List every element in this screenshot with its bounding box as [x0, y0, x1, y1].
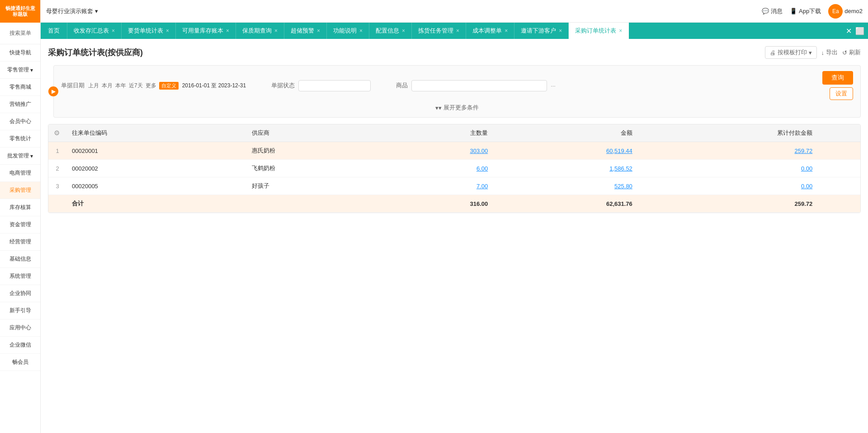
- shortcut-last-month[interactable]: 上月: [88, 82, 99, 90]
- tab-close-expiry_query[interactable]: ×: [274, 28, 278, 34]
- row-unit-code-2: 00020005: [66, 177, 246, 195]
- sidebar-item-retail[interactable]: 零售管理▾: [0, 62, 40, 79]
- tab-close-available_stock[interactable]: ×: [226, 28, 229, 34]
- sidebar-item-member[interactable]: 会员中心: [0, 113, 40, 130]
- sidebar-item-retail_mall[interactable]: 零售商城: [0, 79, 40, 96]
- goods-input[interactable]: [411, 80, 547, 91]
- tab-label-purchase_summary: 采购订单统计表: [575, 27, 616, 35]
- sidebar-item-shortcut[interactable]: 快捷导航: [0, 44, 40, 62]
- user-profile[interactable]: Ea demo2: [828, 4, 863, 19]
- sidebar-item-enterprise[interactable]: 企业协同: [0, 285, 40, 302]
- goods-more-icon[interactable]: ···: [551, 82, 556, 89]
- query-button[interactable]: 查询: [822, 71, 853, 85]
- tab-function_desc[interactable]: 功能说明×: [327, 23, 369, 39]
- row-paid-amount-0[interactable]: 259.72: [638, 142, 818, 160]
- table-body: 100020001惠氏奶粉303.0060,519.44259.72200020…: [48, 142, 860, 195]
- row-extra-2: [818, 177, 860, 195]
- shortcut-7days[interactable]: 近7天: [129, 82, 143, 90]
- print-label: 按模板打印: [778, 48, 807, 57]
- tab-receive_summary[interactable]: 收发存汇总表×: [67, 23, 122, 39]
- sidebar-item-vip[interactable]: 畅会员: [0, 354, 40, 371]
- sidebar-item-retail_stat[interactable]: 零售统计: [0, 130, 40, 148]
- shortcut-this-month[interactable]: 本月: [102, 82, 113, 90]
- sidebar-item-ecommerce[interactable]: 电商管理: [0, 165, 40, 182]
- sidebar-item-system[interactable]: 系统管理: [0, 268, 40, 285]
- tab-purchase_summary[interactable]: 采购订单统计表×: [569, 23, 629, 39]
- tab-invite_downstream[interactable]: 邀请下游客户×: [514, 23, 569, 39]
- row-amount-0[interactable]: 60,519.44: [493, 142, 638, 160]
- refresh-button[interactable]: ↺ 刷新: [842, 48, 861, 57]
- settings-button[interactable]: 设置: [830, 87, 853, 100]
- date-shortcuts: 上月 本月 本年 近7天 更多 自定义: [88, 82, 179, 90]
- workspace-selector[interactable]: 母婴行业演示账套 ▾: [46, 7, 98, 15]
- row-amount-2[interactable]: 525.80: [493, 177, 638, 195]
- tab-config_info[interactable]: 配置信息×: [369, 23, 412, 39]
- search-menu-item[interactable]: 搜索菜单: [4, 27, 37, 39]
- tab-close-config_info[interactable]: ×: [402, 28, 405, 34]
- sidebar-item-appcenter[interactable]: 应用中心: [0, 319, 40, 337]
- app-download-button[interactable]: 📱 App下载: [790, 7, 821, 15]
- filter-collapse-button[interactable]: ▶: [48, 86, 58, 96]
- tab-close-overstock_warning[interactable]: ×: [317, 28, 320, 34]
- tab-cost_adjust[interactable]: 成本调整单×: [466, 23, 514, 39]
- row-supplier-2: 好孩子: [246, 177, 381, 195]
- table-settings-icon[interactable]: ⚙: [54, 129, 60, 137]
- sidebar-item-finance[interactable]: 资金管理: [0, 216, 40, 233]
- refresh-label: 刷新: [849, 48, 861, 57]
- export-button[interactable]: ↓ 导出: [821, 48, 838, 57]
- sidebar-item-operations[interactable]: 经营管理: [0, 233, 40, 251]
- row-seq-1: 2: [48, 160, 66, 177]
- tab-overstock_warning[interactable]: 超储预警×: [284, 23, 327, 39]
- tab-available_stock[interactable]: 可用量库存账本×: [176, 23, 236, 39]
- tab-close-invite_downstream[interactable]: ×: [559, 28, 562, 34]
- footer-main-qty: 316.00: [381, 195, 493, 213]
- message-button[interactable]: 💬 消息: [762, 7, 783, 15]
- row-seq-2: 3: [48, 177, 66, 195]
- message-label: 消息: [771, 7, 783, 15]
- tab-close-function_desc[interactable]: ×: [359, 28, 363, 34]
- row-amount-1[interactable]: 1,586.52: [493, 160, 638, 177]
- tab-picking_task[interactable]: 拣货任务管理×: [412, 23, 466, 39]
- tab-close-picking_task[interactable]: ×: [456, 28, 459, 34]
- sidebar-item-wechat[interactable]: 企业微信: [0, 337, 40, 354]
- tab-bar: 首页收发存汇总表×要货单统计表×可用量库存账本×保质期查询×超储预警×功能说明×…: [41, 23, 868, 39]
- tab-close-receive_summary[interactable]: ×: [112, 28, 115, 34]
- tab-close-purchase_summary[interactable]: ×: [619, 28, 622, 34]
- tab-expiry_query[interactable]: 保质期查询×: [236, 23, 284, 39]
- sidebar: 畅捷通好生意 标题版 搜索菜单 快捷导航 零售管理▾零售商城营销推广会员中心零售…: [0, 0, 41, 433]
- sidebar-item-wholesale[interactable]: 批发管理▾: [0, 148, 40, 165]
- sidebar-item-newguide[interactable]: 新手引导: [0, 302, 40, 319]
- shortcut-more[interactable]: 更多: [146, 82, 156, 90]
- sidebar-item-purchase[interactable]: 采购管理: [0, 182, 40, 199]
- row-paid-amount-2[interactable]: 0.00: [638, 177, 818, 195]
- tab-order_summary[interactable]: 要货单统计表×: [122, 23, 176, 39]
- data-table: ⚙ 往来单位编码 供应商 主数量 金额 累计付款金额 100020001惠氏奶粉…: [48, 124, 860, 213]
- sidebar-item-inventory[interactable]: 库存核算: [0, 199, 40, 216]
- footer-paid-amount: 259.72: [638, 195, 818, 213]
- status-select[interactable]: [298, 80, 371, 91]
- tab-close-order_summary[interactable]: ×: [166, 28, 169, 34]
- expand-icon: ▾▾: [435, 105, 442, 111]
- top-bar: 母婴行业演示账套 ▾ 💬 消息 📱 App下载 Ea demo2: [41, 0, 868, 23]
- sidebar-arrow-icon: ▾: [30, 153, 33, 159]
- tab-label-home: 首页: [48, 27, 60, 35]
- filter-row: 单据日期 上月 本月 本年 近7天 更多 自定义 2016-01-01 至 20…: [61, 71, 853, 100]
- row-paid-amount-1[interactable]: 0.00: [638, 160, 818, 177]
- status-filter: 单据状态: [271, 80, 371, 91]
- top-bar-left: 母婴行业演示账套 ▾: [46, 7, 757, 15]
- expand-more-button[interactable]: ▾▾ 展开更多条件: [435, 104, 479, 112]
- page-header: 采购订单统计表(按供应商) 🖨 按模板打印 ▾ ↓ 导出 ↺ 刷新: [48, 46, 861, 59]
- row-main-qty-1[interactable]: 6.00: [381, 160, 493, 177]
- sidebar-item-basic_info[interactable]: 基础信息: [0, 251, 40, 268]
- row-main-qty-0[interactable]: 303.00: [381, 142, 493, 160]
- tab-close-cost_adjust[interactable]: ×: [505, 28, 508, 34]
- row-main-qty-2[interactable]: 7.00: [381, 177, 493, 195]
- tab-home[interactable]: 首页: [41, 23, 67, 39]
- status-filter-label: 单据状态: [271, 81, 295, 90]
- footer-amount: 62,631.76: [493, 195, 638, 213]
- tab-close-all-button[interactable]: ✕: [846, 27, 852, 35]
- shortcut-this-year[interactable]: 本年: [115, 82, 126, 90]
- sidebar-item-marketing[interactable]: 营销推广: [0, 96, 40, 113]
- print-button[interactable]: 🖨 按模板打印 ▾: [765, 46, 817, 59]
- tab-maximize-button[interactable]: ⬜: [855, 27, 864, 35]
